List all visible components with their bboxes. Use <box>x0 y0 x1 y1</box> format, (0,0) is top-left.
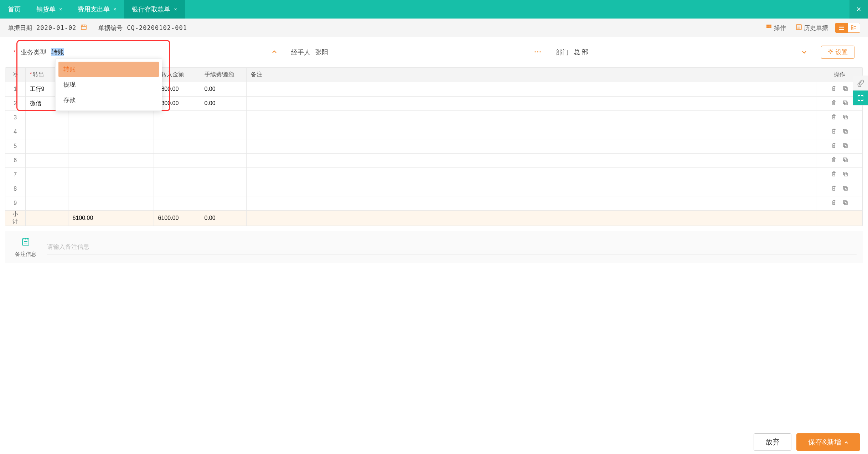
cell-placeholder[interactable] <box>68 167 154 182</box>
remark-panel: 备注信息 <box>5 231 863 263</box>
history-button[interactable]: 历史单据 <box>793 22 831 33</box>
delete-row-button[interactable] <box>831 100 837 107</box>
cell-fee[interactable] <box>200 196 246 210</box>
list-icon <box>796 24 802 32</box>
cell-remark[interactable] <box>246 167 816 182</box>
cell-remark[interactable] <box>246 110 816 125</box>
cell-out-account[interactable] <box>25 182 68 196</box>
cell-fee[interactable] <box>200 110 246 125</box>
cell-fee[interactable]: 0.00 <box>200 82 246 96</box>
table-settings-header[interactable] <box>5 68 25 82</box>
cell-remark[interactable] <box>246 82 816 96</box>
delete-row-button[interactable] <box>831 157 837 164</box>
required-marker: * <box>14 48 16 56</box>
table-row[interactable]: 5 <box>5 139 863 153</box>
col-remark: 备注 <box>246 68 816 82</box>
remark-input[interactable] <box>47 240 857 254</box>
table-row[interactable]: 9 <box>5 196 863 210</box>
cell-fee[interactable]: 0.00 <box>200 96 246 110</box>
cell-in-amount[interactable] <box>154 125 200 139</box>
tab-bar: 首页 销货单 × 费用支出单 × 银行存取款单 × × <box>0 0 868 19</box>
tab-home[interactable]: 首页 <box>0 0 29 19</box>
svg-rect-14 <box>843 101 846 104</box>
cell-in-amount[interactable] <box>154 139 200 153</box>
delete-row-button[interactable] <box>831 171 837 178</box>
copy-row-button[interactable] <box>842 200 848 207</box>
table-row[interactable]: 7 <box>5 167 863 182</box>
cell-in-amount[interactable] <box>154 182 200 196</box>
cell-out-account[interactable] <box>25 139 68 153</box>
cell-fee[interactable] <box>200 139 246 153</box>
cell-fee[interactable] <box>200 153 246 167</box>
more-icon[interactable]: ··· <box>534 48 542 56</box>
cell-in-amount[interactable] <box>154 196 200 210</box>
cell-placeholder[interactable] <box>68 139 154 153</box>
view-card-button[interactable] <box>848 23 860 32</box>
cell-out-account[interactable] <box>25 167 68 182</box>
close-icon[interactable]: × <box>174 6 177 12</box>
cell-out-account[interactable] <box>25 110 68 125</box>
svg-rect-15 <box>844 102 847 105</box>
cell-remark[interactable] <box>246 196 816 210</box>
cell-placeholder[interactable] <box>68 196 154 210</box>
cell-placeholder[interactable] <box>68 125 154 139</box>
filter-biz-type[interactable]: * 业务类型 转账 <box>14 46 277 58</box>
table-row[interactable]: 4 <box>5 125 863 139</box>
copy-row-button[interactable] <box>842 114 848 121</box>
table-row[interactable]: 3 <box>5 110 863 125</box>
cell-fee[interactable] <box>200 167 246 182</box>
attachment-button[interactable] <box>853 76 868 91</box>
table-row[interactable]: 8 <box>5 182 863 196</box>
history-label: 历史单据 <box>804 24 828 32</box>
tab-bank[interactable]: 银行存取款单 × <box>124 0 185 19</box>
table-row[interactable]: 6 <box>5 153 863 167</box>
dropdown-option[interactable]: 转账 <box>58 62 159 77</box>
filter-handler[interactable]: 经手人 张阳 ··· <box>291 46 542 58</box>
cell-placeholder[interactable] <box>68 153 154 167</box>
delete-row-button[interactable] <box>831 86 837 93</box>
delete-row-button[interactable] <box>831 200 837 207</box>
cell-remark[interactable] <box>246 96 816 110</box>
svg-rect-25 <box>844 173 847 176</box>
cell-out-account[interactable] <box>25 196 68 210</box>
delete-row-button[interactable] <box>831 143 837 150</box>
close-icon[interactable]: × <box>59 6 62 12</box>
date-value[interactable]: 2020-01-02 <box>36 24 76 31</box>
view-list-button[interactable] <box>836 23 848 32</box>
tab-sales[interactable]: 销货单 × <box>29 0 70 19</box>
copy-row-button[interactable] <box>842 86 848 93</box>
svg-rect-26 <box>843 186 846 189</box>
calendar-icon[interactable] <box>81 24 87 32</box>
cell-placeholder[interactable] <box>68 110 154 125</box>
cell-in-amount[interactable] <box>154 153 200 167</box>
dropdown-option[interactable]: 提现 <box>58 77 159 92</box>
cell-remark[interactable] <box>246 153 816 167</box>
cell-in-amount[interactable] <box>154 110 200 125</box>
cell-placeholder[interactable] <box>68 182 154 196</box>
cell-fee[interactable] <box>200 182 246 196</box>
delete-row-button[interactable] <box>831 185 837 192</box>
cell-in-amount[interactable] <box>154 167 200 182</box>
close-icon[interactable]: × <box>113 6 116 12</box>
cell-remark[interactable] <box>246 182 816 196</box>
cell-out-account[interactable] <box>25 125 68 139</box>
close-app-button[interactable]: × <box>849 0 868 19</box>
copy-row-button[interactable] <box>842 143 848 150</box>
copy-row-button[interactable] <box>842 157 848 164</box>
cell-remark[interactable] <box>246 125 816 139</box>
copy-row-button[interactable] <box>842 100 848 107</box>
ops-button[interactable]: 操作 <box>763 22 789 33</box>
delete-row-button[interactable] <box>831 114 837 121</box>
delete-row-button[interactable] <box>831 128 837 135</box>
settings-button[interactable]: 设置 <box>821 46 854 59</box>
tab-expense[interactable]: 费用支出单 × <box>70 0 124 19</box>
copy-row-button[interactable] <box>842 171 848 178</box>
expand-button[interactable] <box>853 91 868 105</box>
cell-out-account[interactable] <box>25 153 68 167</box>
cell-fee[interactable] <box>200 125 246 139</box>
copy-row-button[interactable] <box>842 185 848 192</box>
copy-row-button[interactable] <box>842 128 848 135</box>
cell-remark[interactable] <box>246 139 816 153</box>
dropdown-option[interactable]: 存款 <box>58 92 159 108</box>
filter-dept[interactable]: 部门 总 部 <box>556 46 807 58</box>
